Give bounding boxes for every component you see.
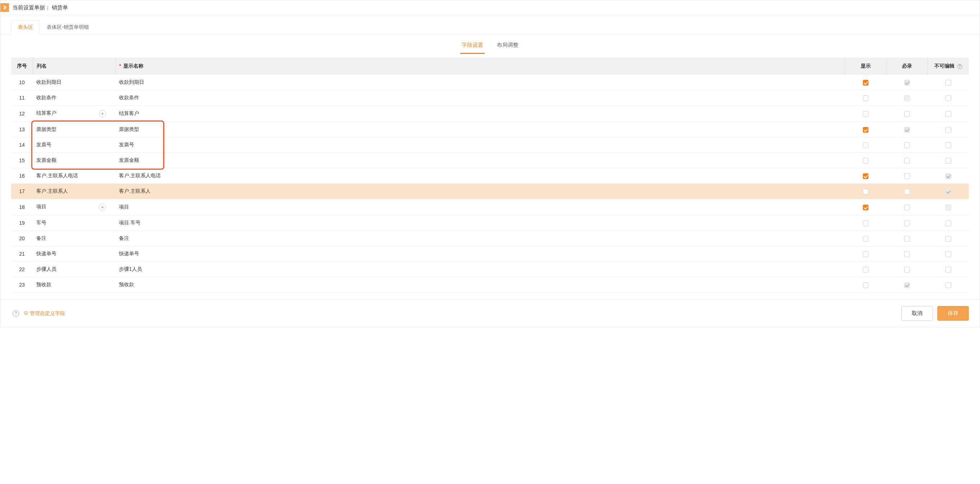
cell-display-name[interactable]: 收款到期日	[115, 75, 845, 90]
cell-required	[886, 246, 928, 262]
cell-noedit	[928, 277, 969, 293]
required-checkbox[interactable]	[904, 142, 910, 148]
required-checkbox[interactable]	[904, 174, 910, 179]
table-row[interactable]: 20备注备注	[11, 231, 969, 246]
show-checkbox[interactable]	[863, 252, 869, 257]
cell-display-name[interactable]: 票据类型	[115, 122, 845, 137]
noedit-checkbox[interactable]	[945, 111, 951, 117]
table-row[interactable]: 14发票号发票号	[11, 137, 969, 153]
cell-required	[886, 277, 928, 293]
table-row[interactable]: 15发票金额发票金额	[11, 153, 969, 168]
required-checkbox[interactable]	[904, 158, 910, 164]
title-label: 当前设置单据：	[13, 4, 50, 11]
show-checkbox[interactable]	[863, 189, 869, 194]
main-tab-0[interactable]: 表头区	[11, 20, 40, 35]
chevron-right-icon	[3, 5, 7, 10]
show-checkbox[interactable]	[863, 205, 869, 210]
show-checkbox[interactable]	[863, 80, 869, 86]
cell-seq: 13	[11, 122, 33, 137]
show-checkbox[interactable]	[863, 142, 869, 148]
footer: ? 管理自定义字段 取消 保存	[0, 299, 980, 327]
noedit-checkbox[interactable]	[945, 127, 951, 133]
required-checkbox	[904, 95, 910, 101]
colname-label: 快递单号	[36, 251, 56, 256]
table-row[interactable]: 18项目+项目	[11, 199, 969, 215]
cell-display-name[interactable]: 收款条件	[115, 90, 845, 106]
cell-seq: 23	[11, 277, 33, 293]
noedit-checkbox[interactable]	[945, 95, 951, 101]
cell-display-name[interactable]: 结算客户	[115, 106, 845, 122]
show-checkbox[interactable]	[863, 111, 869, 117]
cell-show	[845, 215, 886, 231]
cell-colname: 客户.主联系人电话	[33, 168, 115, 184]
colname-label: 备注	[36, 235, 46, 241]
required-checkbox[interactable]	[904, 220, 910, 226]
expand-panel-button[interactable]	[0, 3, 9, 12]
cell-display-name[interactable]: 预收款	[115, 277, 845, 293]
noedit-checkbox[interactable]	[945, 80, 951, 86]
table-row[interactable]: 17客户.主联系人客户.主联系人	[11, 184, 969, 199]
cell-show	[845, 246, 886, 262]
table-row[interactable]: 21快递单号快递单号	[11, 246, 969, 262]
help-icon[interactable]: ?	[13, 310, 19, 317]
noedit-checkbox[interactable]	[945, 236, 951, 242]
cell-display-name[interactable]: 项目.车号	[115, 215, 845, 231]
cell-colname: 步骤人员	[33, 262, 115, 277]
noedit-checkbox[interactable]	[945, 252, 951, 257]
table-row[interactable]: 11收款条件收款条件	[11, 90, 969, 106]
cell-display-name[interactable]: 项目	[115, 199, 845, 215]
show-checkbox[interactable]	[863, 267, 869, 272]
cell-colname: 车号	[33, 215, 115, 231]
show-checkbox[interactable]	[863, 158, 869, 164]
noedit-checkbox[interactable]	[945, 267, 951, 272]
add-icon[interactable]: +	[99, 204, 106, 211]
required-checkbox[interactable]	[904, 252, 910, 257]
required-checkbox[interactable]	[904, 189, 910, 194]
required-checkbox[interactable]	[904, 205, 910, 210]
colname-label: 预收款	[36, 282, 51, 287]
noedit-checkbox[interactable]	[945, 142, 951, 148]
sub-tab-0[interactable]: 字段设置	[460, 39, 485, 54]
cell-display-name[interactable]: 客户.主联系人电话	[115, 168, 845, 184]
cell-seq: 15	[11, 153, 33, 168]
required-checkbox[interactable]	[904, 267, 910, 272]
table-row[interactable]: 19车号项目.车号	[11, 215, 969, 231]
show-checkbox[interactable]	[863, 220, 869, 226]
cell-colname: 结算客户+	[33, 106, 115, 122]
table-row[interactable]: 23预收款预收款	[11, 277, 969, 293]
table-row[interactable]: 10收款到期日收款到期日	[11, 75, 969, 90]
cell-display-name[interactable]: 发票号	[115, 137, 845, 153]
required-asterisk-icon: *	[119, 63, 121, 68]
show-checkbox[interactable]	[863, 95, 869, 101]
cell-display-name[interactable]: 发票金额	[115, 153, 845, 168]
cell-seq: 20	[11, 231, 33, 246]
sub-tab-1[interactable]: 布局调整	[495, 39, 520, 54]
noedit-checkbox[interactable]	[945, 220, 951, 226]
table-row[interactable]: 22步骤人员步骤1人员	[11, 262, 969, 277]
noedit-checkbox[interactable]	[945, 282, 951, 288]
table-row[interactable]: 13票据类型票据类型	[11, 122, 969, 137]
cell-display-name[interactable]: 步骤1人员	[115, 262, 845, 277]
help-icon[interactable]: ?	[957, 64, 963, 69]
show-checkbox[interactable]	[863, 127, 869, 133]
show-checkbox[interactable]	[863, 174, 869, 179]
show-checkbox[interactable]	[863, 236, 869, 242]
cell-noedit	[928, 184, 969, 199]
cell-display-name[interactable]: 快递单号	[115, 246, 845, 262]
manage-custom-fields-link[interactable]: 管理自定义字段	[23, 310, 65, 317]
cell-noedit	[928, 246, 969, 262]
cell-display-name[interactable]: 备注	[115, 231, 845, 246]
table-row[interactable]: 12结算客户+结算客户	[11, 106, 969, 122]
add-icon[interactable]: +	[99, 110, 106, 117]
required-checkbox[interactable]	[904, 236, 910, 242]
show-checkbox[interactable]	[863, 282, 869, 288]
save-button[interactable]: 保存	[937, 306, 969, 321]
cancel-button[interactable]: 取消	[901, 306, 933, 321]
required-checkbox[interactable]	[904, 111, 910, 117]
noedit-checkbox[interactable]	[945, 158, 951, 164]
cell-noedit	[928, 199, 969, 215]
main-tab-1[interactable]: 表体区-销货单明细	[40, 20, 95, 35]
cell-seq: 18	[11, 199, 33, 215]
table-row[interactable]: 16客户.主联系人电话客户.主联系人电话	[11, 168, 969, 184]
cell-display-name[interactable]: 客户.主联系人	[115, 184, 845, 199]
